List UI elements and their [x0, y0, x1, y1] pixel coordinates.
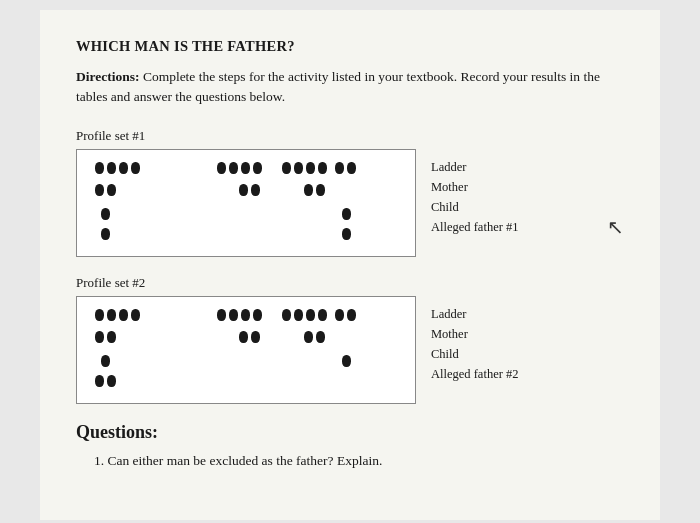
profile1-side-labels: Ladder Mother Child Alleged father #1 [431, 159, 518, 236]
question1: 1. Can either man be excluded as the fat… [94, 453, 624, 469]
profile2-gel-wrapper: Ladder Mother Child Alleged father #2 [76, 296, 624, 404]
profile2-bands [87, 305, 407, 395]
questions-title: Questions: [76, 422, 624, 443]
profile2-label: Profile set #2 [76, 275, 624, 291]
main-title: WHICH MAN IS THE FATHER? [76, 38, 624, 55]
label-child-1: Child [431, 199, 518, 215]
profile1-gel-box [76, 149, 416, 257]
cursor-arrow: ↖ [607, 215, 624, 239]
directions: Directions: Complete the steps for the a… [76, 67, 624, 108]
label-child-2: Child [431, 346, 518, 362]
label-mother-1: Mother [431, 179, 518, 195]
directions-text: Complete the steps for the activity list… [76, 69, 600, 104]
profile1-gel-wrapper: Ladder Mother Child Alleged father #1 [76, 149, 624, 257]
profile2-gel-box [76, 296, 416, 404]
label-alleged-father-2: Alleged father #2 [431, 366, 518, 382]
directions-bold-label: Directions: [76, 69, 140, 84]
profile2-side-labels: Ladder Mother Child Alleged father #2 [431, 306, 518, 383]
page: WHICH MAN IS THE FATHER? Directions: Com… [40, 10, 660, 520]
label-ladder-2: Ladder [431, 306, 518, 322]
label-mother-2: Mother [431, 326, 518, 342]
profile1-label: Profile set #1 [76, 128, 624, 144]
label-alleged-father-1: Alleged father #1 [431, 219, 518, 235]
label-ladder-1: Ladder [431, 159, 518, 175]
profile1-bands [87, 158, 407, 248]
